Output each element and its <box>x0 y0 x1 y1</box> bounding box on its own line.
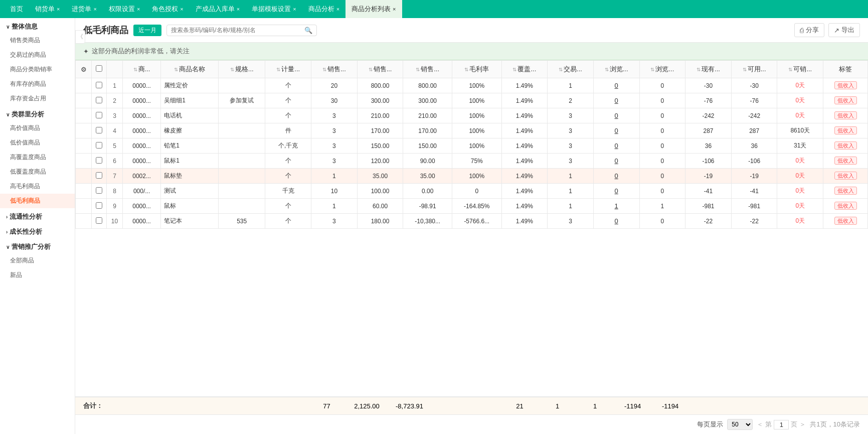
sidebar-item-sales-goods[interactable]: 销售类商品 <box>0 33 75 48</box>
row-checkbox[interactable] <box>96 172 102 179</box>
search-icon[interactable]: 🔍 <box>304 27 312 34</box>
nav-product-analysis-list[interactable]: 商品分析列表 × <box>345 0 402 18</box>
row-checkbox-cell[interactable] <box>92 199 107 214</box>
data-table-container[interactable]: ⚙ ⇅商... ⇅商品名称 ⇅规格... <box>75 60 868 396</box>
col-settings[interactable]: ⚙ <box>76 61 92 78</box>
row-transaction: 1 <box>548 184 594 199</box>
row-view1[interactable]: 0 <box>593 123 639 138</box>
row-view1[interactable]: 0 <box>593 93 639 108</box>
sidebar-item-category-rate[interactable]: 商品分类助销率 <box>0 62 75 77</box>
sidebar-item-high-coverage[interactable]: 高覆盖度商品 <box>0 150 75 165</box>
row-checkbox-cell[interactable] <box>92 138 107 154</box>
next-page-button[interactable]: ＞ <box>799 420 806 429</box>
row-checkbox[interactable] <box>96 97 102 103</box>
sidebar-item-stock-capital[interactable]: 库存资金占用 <box>0 91 75 106</box>
close-icon[interactable]: × <box>137 6 140 12</box>
row-sales-price: 100.00 <box>357 184 403 199</box>
export-button[interactable]: ↗ 导出 <box>828 23 860 37</box>
nav-product-warehouse[interactable]: 产成品入库单 × <box>190 0 246 18</box>
col-transaction[interactable]: ⇅交易... <box>548 61 594 78</box>
row-checkbox[interactable] <box>96 82 102 88</box>
col-sales-price[interactable]: ⇅销售... <box>357 61 403 78</box>
col-select-all[interactable] <box>92 61 107 78</box>
close-icon[interactable]: × <box>393 6 396 12</box>
col-gross-margin[interactable]: ⇅毛利率 <box>452 61 501 78</box>
share-button[interactable]: ⎙ 分享 <box>794 23 824 37</box>
row-view1[interactable]: 1 <box>593 199 639 214</box>
row-checkbox[interactable] <box>96 187 102 194</box>
row-view1[interactable]: 0 <box>593 184 639 199</box>
row-settings-cell <box>76 93 92 108</box>
nav-sales-order[interactable]: 销货单 × <box>29 0 66 18</box>
row-checkbox[interactable] <box>96 157 102 164</box>
select-all-checkbox[interactable] <box>96 65 102 72</box>
period-button[interactable]: 近一月 <box>133 25 161 36</box>
page-size-select[interactable]: 50 100 200 <box>727 419 753 430</box>
row-checkbox[interactable] <box>96 127 102 133</box>
sidebar-group-marketing[interactable]: ∨ 营销推广分析 <box>0 238 75 253</box>
close-icon[interactable]: × <box>237 6 240 12</box>
row-checkbox-cell[interactable] <box>92 78 107 93</box>
row-view1[interactable]: 0 <box>593 214 639 229</box>
sidebar-item-stocked-goods[interactable]: 有库存的商品 <box>0 77 75 91</box>
sidebar-item-new-goods[interactable]: 新品 <box>0 268 75 282</box>
sidebar-item-all-goods[interactable]: 全部商品 <box>0 253 75 268</box>
sidebar-item-low-coverage[interactable]: 低覆盖度商品 <box>0 165 75 179</box>
row-checkbox-cell[interactable] <box>92 169 107 184</box>
row-checkbox-cell[interactable] <box>92 214 107 229</box>
row-checkbox-cell[interactable] <box>92 154 107 169</box>
current-page-input[interactable]: 1 <box>774 420 789 429</box>
nav-product-analysis[interactable]: 商品分析 × <box>302 0 345 18</box>
col-sales-profit[interactable]: ⇅销售... <box>403 61 452 78</box>
sidebar-item-low-margin[interactable]: 低毛利商品 <box>0 194 75 208</box>
search-input[interactable] <box>171 27 304 34</box>
row-unit: 个 <box>265 169 311 184</box>
prev-page-button[interactable]: ＜ <box>757 420 763 429</box>
close-icon[interactable]: × <box>180 6 183 12</box>
sidebar-item-low-value[interactable]: 低价值商品 <box>0 135 75 150</box>
close-icon[interactable]: × <box>336 6 339 12</box>
row-checkbox-cell[interactable] <box>92 123 107 138</box>
sidebar-collapse-button[interactable]: 《 <box>75 30 85 44</box>
sidebar-group-overall[interactable]: ∨ 整体信息 <box>0 18 75 33</box>
col-current-stock[interactable]: ⇅现有... <box>685 61 732 78</box>
row-checkbox[interactable] <box>96 202 102 209</box>
row-view1[interactable]: 0 <box>593 78 639 93</box>
col-available[interactable]: ⇅可用... <box>731 61 777 78</box>
nav-purchase-order[interactable]: 进货单 × <box>66 0 102 18</box>
row-checkbox-cell[interactable] <box>92 93 107 108</box>
row-checkbox-cell[interactable] <box>92 108 107 123</box>
col-code[interactable]: ⇅商... <box>123 61 161 78</box>
row-checkbox[interactable] <box>96 112 102 118</box>
sidebar-group-liquidity[interactable]: › 流通性分析 <box>0 208 75 223</box>
col-unit[interactable]: ⇅计量... <box>265 61 311 78</box>
row-checkbox[interactable] <box>96 217 102 224</box>
col-coverage[interactable]: ⇅覆盖... <box>501 61 548 78</box>
col-view1[interactable]: ⇅浏览... <box>593 61 639 78</box>
col-view2[interactable]: ⇅浏览... <box>639 61 685 78</box>
nav-permission-settings[interactable]: 权限设置 × <box>103 0 146 18</box>
col-spec[interactable]: ⇅规格... <box>218 61 265 78</box>
sidebar-item-high-value[interactable]: 高价值商品 <box>0 121 75 135</box>
row-view1[interactable]: 0 <box>593 108 639 123</box>
nav-home[interactable]: 首页 <box>4 0 29 18</box>
row-checkbox-cell[interactable] <box>92 184 107 199</box>
row-checkbox[interactable] <box>96 142 102 149</box>
row-view1[interactable]: 0 <box>593 138 639 154</box>
settings-icon[interactable]: ⚙ <box>81 66 87 73</box>
close-icon[interactable]: × <box>57 6 60 12</box>
nav-role-auth[interactable]: 角色授权 × <box>146 0 189 18</box>
col-name[interactable]: ⇅商品名称 <box>161 61 219 78</box>
sidebar-item-traded-goods[interactable]: 交易过的商品 <box>0 48 75 62</box>
row-sales-profit: 35.00 <box>403 169 452 184</box>
close-icon[interactable]: × <box>93 6 96 12</box>
sidebar-item-high-margin[interactable]: 高毛利商品 <box>0 179 75 194</box>
col-sellable[interactable]: ⇅可销... <box>777 61 823 78</box>
close-icon[interactable]: × <box>293 6 296 12</box>
sidebar-group-growth[interactable]: › 成长性分析 <box>0 223 75 238</box>
sidebar-group-cluster[interactable]: ∨ 类群里分析 <box>0 106 75 121</box>
col-sales-qty[interactable]: ⇅销售... <box>311 61 358 78</box>
row-view1[interactable]: 0 <box>593 169 639 184</box>
row-view1[interactable]: 0 <box>593 154 639 169</box>
nav-template-settings[interactable]: 单据模板设置 × <box>246 0 302 18</box>
